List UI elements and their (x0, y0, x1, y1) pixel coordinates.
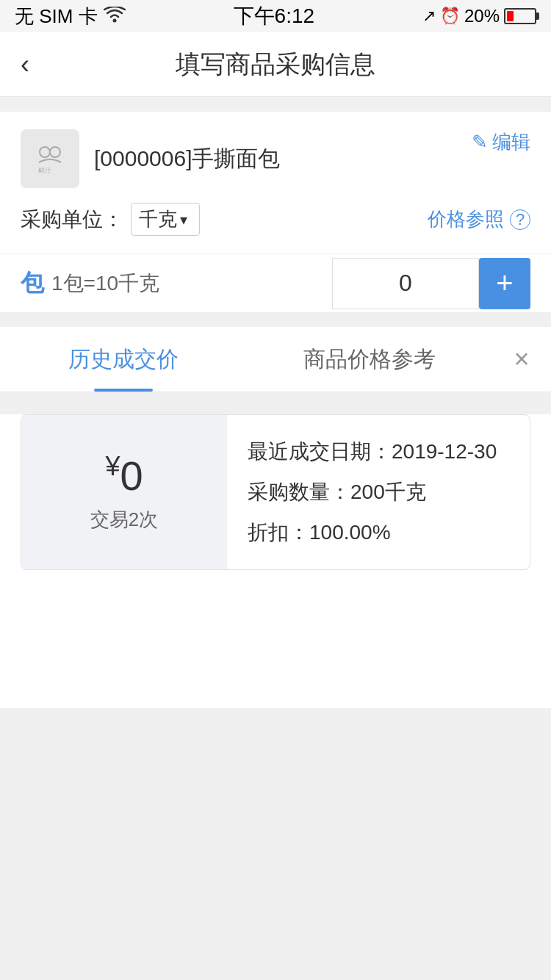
price-amount: 0 (120, 453, 143, 499)
main-content: ¥0 交易2次 最近成交日期：2019-12-30 采购数量：200千克 折扣：… (0, 414, 551, 708)
history-price-value: ¥0 (105, 451, 143, 500)
unit-label-text: 采购单位： (21, 206, 123, 234)
page-title: 填写商品采购信息 (176, 48, 375, 82)
currency-symbol: ¥ (105, 451, 120, 481)
qty-value: 200千克 (350, 480, 426, 503)
tabs-container: 历史成交价 商品价格参考 × (0, 327, 551, 392)
qty-label: 采购数量： (248, 480, 350, 503)
history-card: ¥0 交易2次 最近成交日期：2019-12-30 采购数量：200千克 折扣：… (21, 414, 530, 570)
edit-label: 编辑 (492, 129, 530, 155)
unit-label: 采购单位： 千克 ▾ (21, 203, 200, 236)
status-bar: 无 SIM 卡 下午6:12 ↗ ⏰ 20% (0, 0, 551, 32)
edit-button[interactable]: ✎ 编辑 (472, 129, 530, 155)
package-unit-desc: 1包=10千克 (51, 270, 159, 298)
unit-row: 采购单位： 千克 ▾ 价格参照 ? (21, 203, 530, 236)
unit-value: 千克 (139, 206, 177, 232)
price-ref-label: 价格参照 (428, 206, 504, 232)
svg-text:鲜汁: 鲜汁 (38, 167, 51, 174)
edit-icon: ✎ (472, 131, 488, 154)
no-sim-label: 无 SIM 卡 (15, 4, 98, 29)
product-header: 鲜汁 [0000006]手撕面包 ✎ 编辑 (21, 129, 530, 188)
product-name: [0000006]手撕面包 (94, 144, 280, 174)
date-label: 最近成交日期： (248, 440, 392, 463)
quantity-unit: 包 1包=10千克 (21, 267, 159, 300)
status-left: 无 SIM 卡 (15, 4, 126, 29)
product-left: 鲜汁 [0000006]手撕面包 (21, 129, 280, 188)
history-price-section: ¥0 交易2次 (21, 415, 227, 569)
discount-label: 折扣： (248, 521, 309, 544)
price-reference-button[interactable]: 价格参照 ? (428, 206, 530, 232)
quantity-plus-button[interactable]: + (479, 258, 530, 309)
svg-point-2 (50, 147, 60, 157)
transaction-date-row: 最近成交日期：2019-12-30 (248, 437, 509, 466)
quantity-input[interactable]: 0 (332, 258, 479, 309)
purchase-qty-row: 采购数量：200千克 (248, 478, 509, 506)
product-logo: 鲜汁 (21, 129, 79, 188)
battery-percent: 20% (464, 6, 500, 26)
status-time: 下午6:12 (234, 2, 315, 30)
wifi-icon (104, 5, 126, 28)
product-card: 鲜汁 [0000006]手撕面包 ✎ 编辑 采购单位： 千克 ▾ 价格参照 ? (0, 112, 551, 253)
battery-indicator (504, 8, 536, 24)
history-details-section: 最近成交日期：2019-12-30 采购数量：200千克 折扣：100.00% (227, 415, 530, 569)
svg-point-0 (112, 18, 116, 22)
quantity-controls: 0 + (332, 258, 530, 309)
location-icon: ↗ (422, 7, 436, 26)
section-divider (0, 312, 551, 327)
alarm-icon: ⏰ (440, 7, 460, 26)
back-button[interactable]: ‹ (21, 49, 29, 80)
discount-row: 折扣：100.00% (248, 518, 509, 547)
tab-history-label: 历史成交价 (68, 345, 179, 375)
status-right: ↗ ⏰ 20% (422, 6, 536, 26)
svg-point-1 (40, 147, 50, 157)
nav-bar: ‹ 填写商品采购信息 (0, 32, 551, 97)
chevron-down-icon: ▾ (180, 211, 187, 228)
tab-price-reference[interactable]: 商品价格参考 (246, 327, 492, 392)
help-icon: ? (510, 209, 530, 230)
tab-history-price[interactable]: 历史成交价 (0, 327, 246, 392)
tab-price-ref-label: 商品价格参考 (303, 345, 436, 375)
unit-select[interactable]: 千克 ▾ (131, 203, 200, 236)
quantity-row: 包 1包=10千克 0 + (0, 253, 551, 312)
discount-value: 100.00% (309, 521, 391, 544)
tab-close-button[interactable]: × (492, 327, 551, 392)
package-unit-icon: 包 (21, 267, 44, 300)
date-value: 2019-12-30 (392, 440, 497, 463)
trades-count: 交易2次 (90, 507, 158, 533)
